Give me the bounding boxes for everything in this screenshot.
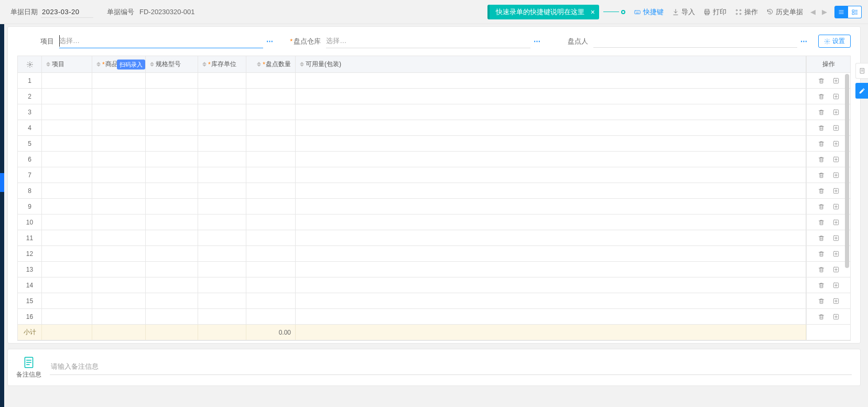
print-button[interactable]: 打印: [700, 5, 730, 19]
delete-row-button[interactable]: [818, 297, 825, 305]
cell-product[interactable]: [92, 183, 146, 198]
cell-unit[interactable]: [198, 167, 246, 183]
add-row-button[interactable]: [832, 297, 840, 305]
project-field[interactable]: 项目 选择… ⋯: [17, 34, 274, 48]
table-row[interactable]: 15: [18, 293, 806, 309]
cell-qty[interactable]: [246, 199, 296, 214]
cell-project[interactable]: [42, 120, 92, 135]
cell-spec[interactable]: [146, 309, 198, 324]
cell-avail[interactable]: [296, 215, 806, 230]
table-row[interactable]: 12: [18, 246, 806, 262]
cell-project[interactable]: [42, 136, 92, 151]
cell-project[interactable]: [42, 199, 92, 214]
delete-row-button[interactable]: [818, 140, 825, 147]
cell-spec[interactable]: [146, 230, 198, 245]
cell-spec[interactable]: [146, 167, 198, 183]
prev-button[interactable]: ◀: [808, 6, 818, 18]
import-button[interactable]: 导入: [669, 5, 698, 19]
cell-product[interactable]: [92, 136, 146, 151]
cell-product[interactable]: [92, 120, 146, 135]
cell-product[interactable]: [92, 199, 146, 214]
delete-row-button[interactable]: [818, 93, 825, 100]
cell-spec[interactable]: [146, 104, 198, 120]
cell-project[interactable]: [42, 73, 92, 88]
more-icon[interactable]: ⋯: [800, 37, 808, 45]
cell-project[interactable]: [42, 262, 92, 277]
cell-project[interactable]: [42, 215, 92, 230]
cell-project[interactable]: [42, 183, 92, 198]
cell-avail[interactable]: [296, 199, 806, 214]
cell-spec[interactable]: [146, 277, 198, 293]
table-row[interactable]: 5: [18, 136, 806, 152]
table-row[interactable]: 1: [18, 73, 806, 89]
cell-product[interactable]: [92, 215, 146, 230]
delete-row-button[interactable]: [818, 172, 825, 179]
cell-product[interactable]: [92, 293, 146, 308]
more-icon[interactable]: ⋯: [266, 37, 274, 45]
cell-avail[interactable]: [296, 104, 806, 120]
add-row-button[interactable]: [832, 266, 840, 273]
cell-product[interactable]: [92, 246, 146, 261]
add-row-button[interactable]: [832, 124, 840, 132]
cell-unit[interactable]: [198, 73, 246, 88]
col-avail[interactable]: 可用量(包装): [296, 56, 806, 72]
cell-qty[interactable]: [246, 167, 296, 183]
table-row[interactable]: 10: [18, 215, 806, 230]
cell-avail[interactable]: [296, 246, 806, 261]
cell-spec[interactable]: [146, 183, 198, 198]
cell-qty[interactable]: [246, 309, 296, 324]
cell-avail[interactable]: [296, 152, 806, 167]
warehouse-input[interactable]: 选择…: [326, 34, 530, 48]
add-row-button[interactable]: [832, 203, 840, 210]
add-row-button[interactable]: [832, 250, 840, 258]
table-row[interactable]: 2: [18, 89, 806, 104]
delete-row-button[interactable]: [818, 282, 825, 289]
warehouse-field[interactable]: 盘点仓库 选择… ⋯: [284, 34, 540, 48]
cell-project[interactable]: [42, 152, 92, 167]
cell-spec[interactable]: [146, 246, 198, 261]
cell-qty[interactable]: [246, 277, 296, 293]
cell-unit[interactable]: [198, 136, 246, 151]
delete-row-button[interactable]: [818, 234, 825, 242]
cell-avail[interactable]: [296, 89, 806, 104]
cell-unit[interactable]: [198, 152, 246, 167]
cell-unit[interactable]: [198, 262, 246, 277]
cell-spec[interactable]: [146, 73, 198, 88]
cell-unit[interactable]: [198, 199, 246, 214]
cell-product[interactable]: [92, 104, 146, 120]
cell-avail[interactable]: [296, 183, 806, 198]
cell-avail[interactable]: [296, 277, 806, 293]
table-row[interactable]: 9: [18, 199, 806, 215]
delete-row-button[interactable]: [818, 156, 825, 163]
cell-unit[interactable]: [198, 104, 246, 120]
add-row-button[interactable]: [832, 156, 840, 163]
cell-project[interactable]: [42, 167, 92, 183]
cell-project[interactable]: [42, 309, 92, 324]
cell-product[interactable]: [92, 89, 146, 104]
delete-row-button[interactable]: [818, 250, 825, 258]
col-product[interactable]: *商品 扫码录入: [92, 56, 146, 72]
delete-row-button[interactable]: [818, 109, 825, 116]
operate-button[interactable]: 操作: [732, 5, 761, 19]
shortcut-button[interactable]: 快捷键: [631, 5, 667, 19]
delete-row-button[interactable]: [818, 266, 825, 273]
cell-spec[interactable]: [146, 152, 198, 167]
cell-unit[interactable]: [198, 120, 246, 135]
add-row-button[interactable]: [832, 93, 840, 100]
cell-qty[interactable]: [246, 183, 296, 198]
cell-avail[interactable]: [296, 136, 806, 151]
remark-input[interactable]: 请输入备注信息: [50, 359, 852, 375]
add-row-button[interactable]: [832, 282, 840, 289]
cell-project[interactable]: [42, 277, 92, 293]
cell-product[interactable]: [92, 277, 146, 293]
delete-row-button[interactable]: [818, 124, 825, 132]
column-config-button[interactable]: [18, 56, 42, 72]
table-row[interactable]: 14: [18, 277, 806, 293]
table-row[interactable]: 8: [18, 183, 806, 199]
cell-avail[interactable]: [296, 120, 806, 135]
delete-row-button[interactable]: [818, 313, 825, 320]
cell-qty[interactable]: [246, 246, 296, 261]
view-card-button[interactable]: [848, 6, 862, 18]
cell-project[interactable]: [42, 104, 92, 120]
cell-qty[interactable]: [246, 262, 296, 277]
